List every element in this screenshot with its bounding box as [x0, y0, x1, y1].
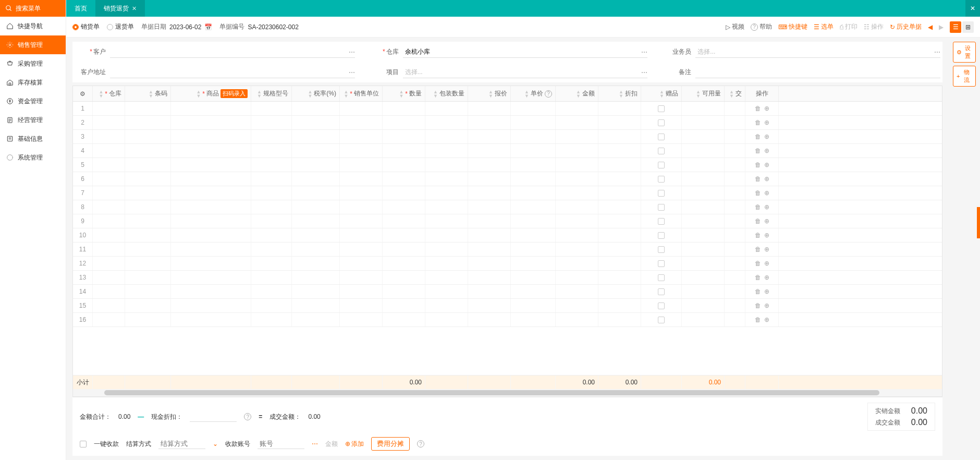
prev-icon[interactable]: ◀: [928, 23, 933, 31]
gift-checkbox[interactable]: [658, 148, 665, 154]
more-icon[interactable]: ⋯: [641, 69, 647, 76]
table-row[interactable]: 12🗑⊕: [73, 257, 942, 271]
row-number[interactable]: 11: [73, 243, 93, 256]
search-menu[interactable]: 搜索菜单: [0, 0, 66, 17]
add-row-icon[interactable]: ⊕: [764, 119, 769, 126]
nav-finance[interactable]: 资金管理: [0, 92, 66, 111]
col-header[interactable]: ▲▼*数量: [383, 86, 425, 101]
row-number[interactable]: 14: [73, 285, 93, 298]
table-row[interactable]: 2🗑⊕: [73, 116, 942, 130]
more-icon[interactable]: ⋯: [312, 440, 318, 447]
cost-share-button[interactable]: 费用分摊: [371, 437, 410, 451]
feedback-tab[interactable]: [977, 207, 980, 238]
add-row-icon[interactable]: ⊕: [764, 217, 769, 225]
add-row-icon[interactable]: ⊕: [764, 105, 769, 112]
add-row-icon[interactable]: ⊕: [764, 274, 769, 281]
row-number[interactable]: 10: [73, 228, 93, 242]
remark-input[interactable]: [695, 66, 940, 78]
table-row[interactable]: 16🗑⊕: [73, 313, 942, 327]
gift-checkbox[interactable]: [658, 119, 665, 126]
table-row[interactable]: 15🗑⊕: [73, 299, 942, 313]
salesman-input[interactable]: [695, 46, 940, 58]
delete-icon[interactable]: 🗑: [755, 302, 761, 309]
add-row-icon[interactable]: ⊕: [764, 246, 769, 253]
row-number[interactable]: 16: [73, 313, 93, 326]
row-number[interactable]: 1: [73, 102, 93, 115]
delete-icon[interactable]: 🗑: [755, 133, 761, 140]
col-header[interactable]: ▲▼规格型号: [251, 86, 292, 101]
gift-checkbox[interactable]: [658, 260, 665, 267]
row-number[interactable]: 3: [73, 130, 93, 143]
col-header[interactable]: ▲▼条码: [125, 86, 171, 101]
col-header[interactable]: ▲▼赠品: [641, 86, 682, 101]
field-address[interactable]: 客户地址⋯: [75, 66, 355, 78]
add-row-icon[interactable]: ⊕: [764, 203, 769, 211]
customer-input[interactable]: [110, 46, 355, 58]
col-header[interactable]: ▲▼可用量: [682, 86, 725, 101]
col-header[interactable]: ▲▼*销售单位: [340, 86, 383, 101]
project-input[interactable]: [403, 66, 648, 78]
help-link[interactable]: ?帮助: [751, 22, 772, 31]
settings-button[interactable]: ⚙设置: [953, 42, 976, 63]
add-row-icon[interactable]: ⊕: [764, 232, 769, 239]
gift-checkbox[interactable]: [658, 302, 665, 309]
row-number[interactable]: 6: [73, 172, 93, 186]
operate-link[interactable]: ☷操作: [864, 22, 884, 31]
nav-business[interactable]: 经营管理: [0, 111, 66, 129]
col-header[interactable]: ▲▼金额: [556, 86, 598, 101]
tab-home[interactable]: 首页: [66, 0, 95, 17]
gift-checkbox[interactable]: [658, 274, 665, 281]
radio-return[interactable]: 退货单: [107, 22, 134, 31]
add-row-icon[interactable]: ⊕: [764, 316, 769, 323]
more-icon[interactable]: ⋯: [349, 69, 355, 76]
row-number[interactable]: 12: [73, 257, 93, 270]
row-number[interactable]: 8: [73, 200, 93, 214]
row-number[interactable]: 15: [73, 299, 93, 312]
add-row-icon[interactable]: ⊕: [764, 161, 769, 168]
gift-checkbox[interactable]: [658, 134, 665, 140]
nav-sales[interactable]: 销售管理: [0, 35, 66, 54]
gift-checkbox[interactable]: [658, 176, 665, 183]
tab-sales-return[interactable]: 销货退货✕: [95, 0, 145, 17]
col-header[interactable]: ▲▼包装数量: [425, 86, 468, 101]
add-row-icon[interactable]: ⊕: [764, 302, 769, 309]
chevron-down-icon[interactable]: ⌄: [213, 440, 218, 447]
view-list[interactable]: ☰: [950, 21, 961, 33]
add-row-icon[interactable]: ⊕: [764, 175, 769, 183]
address-input[interactable]: [110, 66, 355, 78]
delete-icon[interactable]: 🗑: [755, 161, 761, 168]
delete-icon[interactable]: 🗑: [755, 232, 761, 239]
delete-icon[interactable]: 🗑: [755, 147, 761, 154]
delete-icon[interactable]: 🗑: [755, 105, 761, 112]
gift-checkbox[interactable]: [658, 162, 665, 168]
history-link[interactable]: ↻历史单据: [890, 22, 922, 31]
col-header[interactable]: ▲▼折扣: [598, 86, 641, 101]
nav-system[interactable]: 系统管理: [0, 148, 66, 167]
field-warehouse[interactable]: *仓库⋯: [368, 46, 648, 58]
add-row-icon[interactable]: ⊕: [764, 189, 769, 197]
gift-checkbox[interactable]: [658, 218, 665, 225]
delete-icon[interactable]: 🗑: [755, 316, 761, 323]
table-row[interactable]: 10🗑⊕: [73, 228, 942, 243]
nav-quick[interactable]: 快捷导航: [0, 17, 66, 35]
scan-badge[interactable]: 扫码录入: [220, 89, 248, 98]
nav-purchase[interactable]: 采购管理: [0, 54, 66, 73]
col-header[interactable]: ▲▼单价 ?: [511, 86, 556, 101]
col-header[interactable]: ▲▼*商品 扫码录入: [171, 86, 251, 101]
horizontal-scrollbar[interactable]: [73, 389, 942, 396]
gift-checkbox[interactable]: [658, 105, 665, 112]
nav-basic[interactable]: 基础信息: [0, 129, 66, 148]
table-row[interactable]: 1🗑⊕: [73, 102, 942, 116]
next-icon[interactable]: ▶: [939, 23, 944, 31]
calendar-icon[interactable]: 📅: [204, 23, 212, 31]
table-row[interactable]: 5🗑⊕: [73, 158, 942, 172]
add-row-icon[interactable]: ⊕: [764, 288, 769, 295]
delete-icon[interactable]: 🗑: [755, 246, 761, 253]
row-number[interactable]: 13: [73, 271, 93, 284]
table-row[interactable]: 7🗑⊕: [73, 186, 942, 200]
help-icon[interactable]: ?: [417, 440, 424, 447]
col-header[interactable]: ▲▼*仓库: [93, 86, 125, 101]
row-number[interactable]: 2: [73, 116, 93, 129]
table-row[interactable]: 14🗑⊕: [73, 285, 942, 299]
add-row-icon[interactable]: ⊕: [764, 147, 769, 154]
